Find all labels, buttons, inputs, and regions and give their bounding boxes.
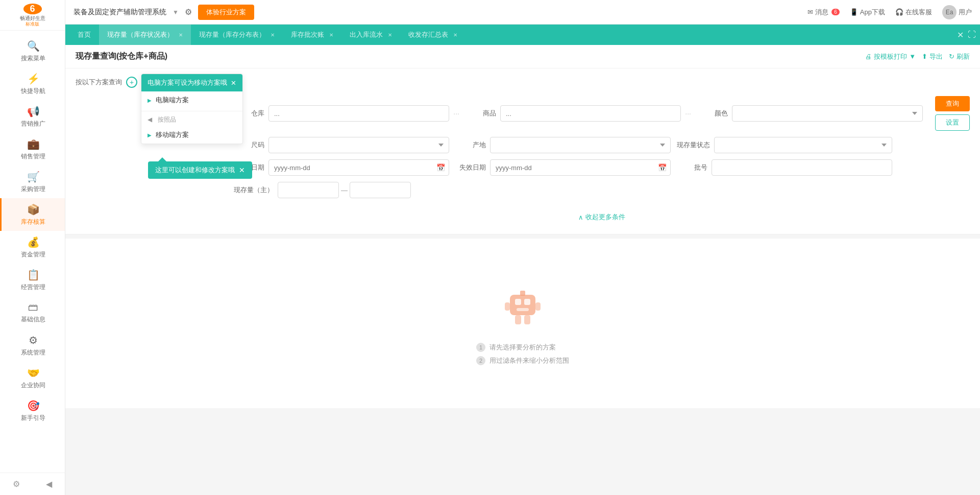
product-more-icon[interactable]: ··· bbox=[685, 109, 691, 117]
online-service-btn[interactable]: 🎧 在线客服 bbox=[895, 8, 932, 17]
expiry-date-input[interactable] bbox=[490, 159, 671, 176]
tabbar-right: ✕ ⛶ bbox=[957, 30, 976, 40]
tab-receipt-summary[interactable]: 收发存汇总表 ✕ bbox=[400, 25, 465, 45]
search-menu-icon: 🔍 bbox=[27, 40, 40, 52]
batch-label: 批号 bbox=[677, 163, 707, 172]
warehouse-more-icon[interactable]: ··· bbox=[453, 109, 459, 117]
color-select[interactable] bbox=[732, 105, 923, 122]
tab-inventory-status[interactable]: 现存量（库存状况表） ✕ bbox=[99, 25, 191, 45]
svg-rect-0 bbox=[510, 295, 535, 315]
refresh-btn[interactable]: ↻ 刷新 bbox=[949, 52, 970, 61]
sidebar-item-marketing[interactable]: 📢 营销推广 bbox=[0, 100, 65, 133]
tab-close-all-btn[interactable]: ✕ bbox=[957, 30, 964, 40]
size-select[interactable] bbox=[268, 137, 449, 153]
origin-label: 产地 bbox=[455, 140, 486, 150]
message-btn[interactable]: ✉ 消息 6 bbox=[807, 8, 840, 17]
scheme-popup-close[interactable]: ✕ bbox=[231, 79, 236, 87]
marketing-icon: 📢 bbox=[27, 105, 40, 117]
topbar-left: 装备及固定资产辅助管理系统 ▼ ⚙ 体验行业方案 bbox=[74, 5, 254, 20]
reset-btn[interactable]: 设置 bbox=[935, 114, 970, 131]
scheme-mobile-arrow: ▶ bbox=[148, 132, 152, 138]
message-badge: 6 bbox=[831, 9, 840, 15]
sidebar-item-search-menu[interactable]: 🔍 搜索菜单 bbox=[0, 35, 65, 67]
stock-status-cell: 现存量状态 bbox=[677, 137, 892, 153]
scheme-mobile-item[interactable]: ▶ 移动端方案 bbox=[141, 126, 242, 144]
tab-batch-account[interactable]: 库存批次账 ✕ bbox=[283, 25, 341, 45]
action-btn-group: 查询 设置 bbox=[935, 96, 970, 131]
user-profile-btn[interactable]: Ea 用户 bbox=[942, 5, 972, 19]
empty-tip-1: 1 请先选择要分析的方案 bbox=[476, 341, 569, 354]
filter-add-btn[interactable]: + bbox=[126, 77, 137, 88]
sidebar: 6 畅通好生意 标准版 🔍 搜索菜单 ⚡ 快捷导航 📢 营销推广 💼 销售管理 … bbox=[0, 0, 65, 495]
origin-select[interactable] bbox=[490, 137, 671, 153]
page-actions: 🖨 按模板打印 ▼ ⬆ 导出 ↻ 刷新 bbox=[865, 52, 970, 61]
sidebar-item-system[interactable]: ⚙ 系统管理 bbox=[0, 329, 65, 362]
stock-qty-min-input[interactable] bbox=[278, 182, 339, 198]
batch-input[interactable] bbox=[712, 159, 892, 176]
filter-title: 按以下方案查询 bbox=[76, 78, 122, 87]
system-dropdown-btn[interactable]: ▼ bbox=[173, 9, 179, 16]
tab-close-receipt-summary[interactable]: ✕ bbox=[453, 32, 457, 38]
sidebar-settings-btn[interactable]: ⚙ bbox=[13, 479, 20, 489]
product-input[interactable] bbox=[500, 105, 681, 122]
sidebar-item-inventory[interactable]: 📦 库存核算 bbox=[0, 198, 65, 231]
stock-qty-max-input[interactable] bbox=[350, 182, 411, 198]
sidebar-bottom: ⚙ ◀ bbox=[0, 473, 65, 495]
app-download-btn[interactable]: 📱 App下载 bbox=[850, 8, 885, 17]
color-cell: 颜色 bbox=[697, 105, 923, 122]
tab-close-inventory-status[interactable]: ✕ bbox=[179, 32, 183, 38]
svg-rect-7 bbox=[515, 315, 521, 324]
refresh-icon: ↻ bbox=[949, 53, 954, 60]
sidebar-item-guide[interactable]: 🎯 新手引导 bbox=[0, 394, 65, 427]
phone-icon: 📱 bbox=[850, 8, 858, 16]
product-cell: 商品 ··· bbox=[465, 105, 691, 122]
sidebar-item-operations[interactable]: 📋 经营管理 bbox=[0, 264, 65, 296]
export-icon: ⬆ bbox=[922, 53, 927, 60]
sidebar-item-quick-nav[interactable]: ⚡ 快捷导航 bbox=[0, 67, 65, 100]
tab-close-inventory-dist[interactable]: ✕ bbox=[271, 32, 275, 38]
chevron-up-icon: ∧ bbox=[578, 214, 583, 221]
print-btn[interactable]: 🖨 按模板打印 ▼ bbox=[865, 52, 916, 61]
sidebar-collapse-btn[interactable]: ◀ bbox=[46, 479, 52, 489]
expiry-date-label: 失效日期 bbox=[455, 163, 486, 172]
svg-rect-3 bbox=[517, 308, 529, 311]
scheme-child-item[interactable]: ◀ 按照品 bbox=[141, 113, 242, 126]
tab-close-in-out-flow[interactable]: ✕ bbox=[388, 32, 392, 38]
production-date-input[interactable] bbox=[268, 159, 449, 176]
filter-row-3: 生产日期 📅 失效日期 📅 批号 bbox=[234, 159, 970, 176]
sidebar-item-enterprise[interactable]: 🤝 企业协同 bbox=[0, 362, 65, 394]
topbar-settings-btn[interactable]: ⚙ bbox=[185, 7, 192, 17]
svg-rect-6 bbox=[535, 302, 541, 311]
edit-tooltip-close[interactable]: ✕ bbox=[239, 166, 245, 174]
scheme-popup-header: 电脑方案可设为移动方案哦 ✕ bbox=[141, 74, 242, 91]
empty-tips: 1 请先选择要分析的方案 2 用过滤条件来缩小分析范围 bbox=[476, 341, 569, 367]
sidebar-item-purchase[interactable]: 🛒 采购管理 bbox=[0, 166, 65, 198]
origin-cell: 产地 bbox=[455, 137, 671, 153]
expiry-date-cal-icon[interactable]: 📅 bbox=[658, 163, 667, 172]
empty-icon bbox=[497, 279, 548, 331]
color-label: 颜色 bbox=[697, 109, 728, 118]
sidebar-item-basic[interactable]: 🗃 基础信息 bbox=[0, 296, 65, 329]
collapse-btn[interactable]: ∧ 收起更多条件 bbox=[234, 208, 970, 226]
tab-fullscreen-btn[interactable]: ⛶ bbox=[968, 30, 976, 39]
production-date-cal-icon[interactable]: 📅 bbox=[436, 163, 445, 172]
tab-close-batch-account[interactable]: ✕ bbox=[329, 32, 333, 38]
industry-btn[interactable]: 体验行业方案 bbox=[198, 5, 254, 20]
edit-tooltip: 这里可以创建和修改方案哦 ✕ bbox=[148, 161, 252, 179]
scheme-popup: 电脑方案可设为移动方案哦 ✕ ▶ 电脑端方案 ◀ 按照品 ▶ 移动端方案 bbox=[141, 74, 243, 144]
sidebar-item-sales[interactable]: 💼 销售管理 bbox=[0, 133, 65, 166]
warehouse-input[interactable] bbox=[268, 105, 449, 122]
inventory-icon: 📦 bbox=[27, 203, 40, 216]
sidebar-item-finance[interactable]: 💰 资金管理 bbox=[0, 231, 65, 264]
expiry-date-cell: 失效日期 📅 bbox=[455, 159, 671, 176]
print-icon: 🖨 bbox=[865, 53, 872, 60]
stock-qty-label: 现存量（主） bbox=[234, 185, 274, 195]
product-label: 商品 bbox=[465, 109, 496, 118]
search-btn[interactable]: 查询 bbox=[935, 96, 970, 111]
tab-inventory-dist[interactable]: 现存量（库存分布表） ✕ bbox=[191, 25, 283, 45]
tab-home[interactable]: 首页 bbox=[69, 25, 99, 45]
tab-in-out-flow[interactable]: 出入库流水 ✕ bbox=[341, 25, 400, 45]
export-btn[interactable]: ⬆ 导出 bbox=[922, 52, 943, 61]
scheme-desktop-item[interactable]: ▶ 电脑端方案 bbox=[141, 91, 242, 109]
stock-status-select[interactable] bbox=[714, 137, 892, 153]
